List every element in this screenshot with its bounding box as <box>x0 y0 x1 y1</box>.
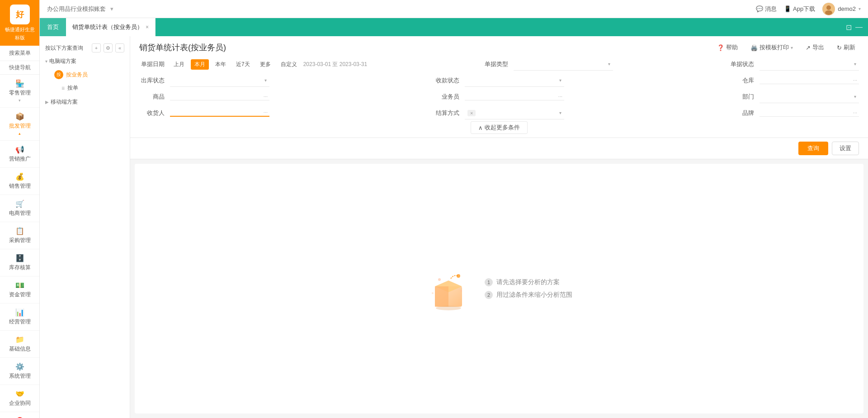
status-arrow: ▾ <box>854 62 856 66</box>
sidebar-item-sales[interactable]: 💰 销售管理 <box>0 168 39 195</box>
sales-icon: 💰 <box>15 172 24 181</box>
payment-arrow: ▾ <box>559 78 561 83</box>
receiver-more-btn[interactable]: ··· <box>262 109 269 115</box>
type-select[interactable]: ▾ <box>514 58 613 71</box>
settlement-select[interactable]: × ▾ <box>465 107 564 119</box>
print-button[interactable]: 🖨️ 按模板打印 ▾ <box>747 42 797 53</box>
desktop-group-header[interactable]: ▾ 电脑端方案 <box>40 55 130 67</box>
date-group: 上月 本月 本年 近7天 更多 自定义 2023-03-01 至 2023-03… <box>170 59 367 70</box>
collapse-filter-button[interactable]: ∧ 收起更多条件 <box>471 121 528 134</box>
goods-cell: ··· <box>170 94 269 100</box>
filter-row-1: 单据日期 上月 本月 本年 近7天 更多 自定义 2023-03-01 至 20… <box>139 58 859 71</box>
sidebar-item-label: 零售管理 <box>9 89 31 97</box>
warehouse-more-btn[interactable]: ··· <box>851 77 859 83</box>
msg-button[interactable]: 💬 消息 <box>756 5 777 13</box>
sidebar: 好 畅捷通好生意 标版 搜索菜单 快捷导航 🏪 零售管理 ▾ 📦 批发管理 ▴ … <box>0 0 40 418</box>
sidebar-item-marketing[interactable]: 📢 营销推广 <box>0 141 39 168</box>
sidebar-logo[interactable]: 好 畅捷通好生意 标版 <box>0 0 39 46</box>
sidebar-item-operations[interactable]: 📊 经营管理 <box>0 304 39 331</box>
sidebar-item-inventory[interactable]: 🗄️ 库存核算 <box>0 249 39 276</box>
sidebar-item-ecommerce[interactable]: 🛒 电商管理 <box>0 195 39 222</box>
purchase-icon: 📋 <box>15 227 24 235</box>
tab-home[interactable]: 首页 <box>40 18 66 36</box>
date-label: 单据日期 <box>139 60 165 68</box>
refresh-button[interactable]: ↻ 刷新 <box>833 42 859 53</box>
export-label: 导出 <box>812 43 824 52</box>
status-select[interactable]: ▾ <box>760 58 859 71</box>
topbar-actions: 💬 消息 📱 App下载 demo2 ▾ <box>756 3 861 15</box>
export-icon: ↗ <box>806 44 811 51</box>
mobile-group-header[interactable]: ▶ 移动端方案 <box>40 96 130 108</box>
empty-tip-1-text: 请先选择要分析的方案 <box>496 278 560 286</box>
collapse-label: 收起更多条件 <box>485 124 520 132</box>
settlement-tag-close[interactable]: × <box>470 110 473 116</box>
tab-current-label: 销货单统计表（按业务员） <box>72 23 143 31</box>
collapse-panel-button[interactable]: « <box>115 43 124 52</box>
salesman-more-btn[interactable]: ··· <box>557 94 564 99</box>
export-button[interactable]: ↗ 导出 <box>802 42 828 53</box>
refresh-label: 刷新 <box>844 43 855 52</box>
sidebar-item-label: 资金管理 <box>9 291 31 299</box>
sidebar-item-wholesale[interactable]: 📦 批发管理 ▴ <box>0 108 39 141</box>
settings-button[interactable]: 设置 <box>832 142 859 155</box>
status-label: 单据状态 <box>729 60 754 68</box>
settings-plan-button[interactable]: ⚙ <box>104 43 113 52</box>
empty-num-2: 2 <box>485 291 493 299</box>
wholesale-arrow: ▴ <box>19 131 21 136</box>
stock-select[interactable]: ▾ <box>170 74 269 87</box>
svg-point-9 <box>460 290 462 292</box>
content-area: 按以下方案查询 + ⚙ « ▾ 电脑端方案 按 按业务员 ≡ 按 <box>40 36 868 418</box>
sidebar-search[interactable]: 搜索菜单 <box>0 46 39 61</box>
sidebar-item-purchase[interactable]: 📋 采购管理 <box>0 222 39 249</box>
sidebar-item-system[interactable]: ⚙️ 系统管理 <box>0 358 39 385</box>
account-dropdown-arrow[interactable]: ▾ <box>110 5 113 12</box>
dept-label: 部门 <box>729 93 754 101</box>
goods-more-btn[interactable]: ··· <box>262 94 269 99</box>
tab-window-buttons: ⊡ — <box>846 23 868 32</box>
page-header-actions: ❓ 帮助 🖨️ 按模板打印 ▾ ↗ 导出 ↻ <box>713 42 859 53</box>
user-avatar <box>822 3 835 15</box>
sidebar-item-enterprise[interactable]: 🤝 企业协同 <box>0 385 39 412</box>
date-last-month-btn[interactable]: 上月 <box>170 59 188 70</box>
add-plan-button[interactable]: + <box>92 43 101 52</box>
sidebar-quicknav[interactable]: 快捷导航 <box>0 61 39 75</box>
help-button[interactable]: ❓ 帮助 <box>713 42 741 53</box>
sidebar-item-label: 批发管理 <box>9 122 31 130</box>
account-name: 办公用品行业模拟账套 <box>47 5 106 12</box>
tabbar: 首页 销货单统计表（按业务员） × ⊡ — <box>40 18 868 36</box>
tab-minimize-button[interactable]: — <box>855 23 863 31</box>
sidebar-item-retail[interactable]: 🏪 零售管理 ▾ <box>0 75 39 108</box>
user-dropdown-arrow: ▾ <box>859 6 861 11</box>
date-custom-btn[interactable]: 自定义 <box>277 59 301 70</box>
date-this-month-btn[interactable]: 本月 <box>191 59 209 70</box>
download-icon: 📱 <box>784 5 791 12</box>
sidebar-item-label: 销售管理 <box>9 182 31 190</box>
tab-current[interactable]: 销货单统计表（按业务员） × <box>66 18 156 36</box>
plan-item-salesman[interactable]: 按 按业务员 <box>40 67 130 82</box>
sidebar-item-finance[interactable]: 💵 资金管理 <box>0 276 39 304</box>
filter-collapse-btn-container: ∧ 收起更多条件 <box>139 121 859 134</box>
topbar-title: 办公用品行业模拟账套 ▾ <box>47 5 750 13</box>
tab-close-button[interactable]: × <box>146 24 149 30</box>
plan-sub-item-order[interactable]: ≡ 按单 <box>40 82 130 94</box>
type-label: 单据类型 <box>483 60 508 68</box>
date-last7-btn[interactable]: 近7天 <box>232 59 254 70</box>
sidebar-item-newbie[interactable]: 🎯 新手引导 <box>0 412 39 418</box>
brand-more-btn[interactable]: ··· <box>851 110 859 115</box>
marketing-icon: 📢 <box>15 145 24 154</box>
settlement-arrow: ▾ <box>559 110 561 115</box>
date-this-year-btn[interactable]: 本年 <box>212 59 230 70</box>
dept-select[interactable]: ▾ <box>760 90 859 103</box>
right-content: 销货单统计表(按业务员) ❓ 帮助 🖨️ 按模板打印 ▾ ↗ <box>130 36 868 418</box>
payment-select[interactable]: ▾ <box>465 74 564 87</box>
app-download-button[interactable]: 📱 App下载 <box>784 5 815 13</box>
sidebar-item-basic[interactable]: 📁 基础信息 <box>0 331 39 358</box>
inventory-icon: 🗄️ <box>15 254 24 262</box>
tab-restore-button[interactable]: ⊡ <box>846 23 852 32</box>
user-menu[interactable]: demo2 ▾ <box>822 3 861 15</box>
logo-icon: 好 <box>10 5 30 24</box>
warehouse-cell: ··· <box>760 77 859 84</box>
query-button[interactable]: 查询 <box>798 142 828 155</box>
operations-icon: 📊 <box>15 308 24 317</box>
date-more-btn[interactable]: 更多 <box>256 59 274 70</box>
